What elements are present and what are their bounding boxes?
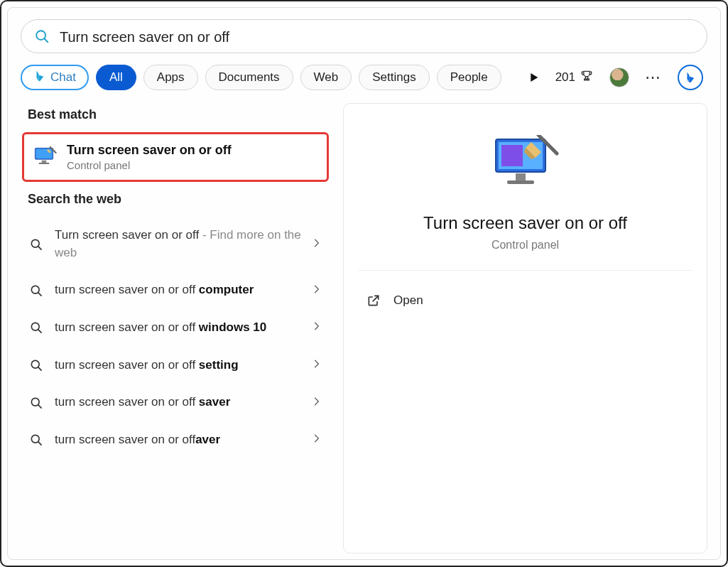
filter-people[interactable]: People xyxy=(437,65,501,90)
web-result-text: turn screen saver on or off saver xyxy=(55,394,302,411)
preview-subtitle: Control panel xyxy=(491,239,559,252)
chevron-right-icon xyxy=(312,321,323,334)
results-column: Best match Turn screen saver xyxy=(21,103,333,554)
svg-rect-23 xyxy=(501,145,523,166)
svg-line-18 xyxy=(38,404,41,407)
filter-web-label: Web xyxy=(314,70,339,85)
chevron-right-icon xyxy=(312,433,323,446)
rewards-points-value: 201 xyxy=(555,70,575,85)
web-result-item[interactable]: Turn screen saver on or off - Find more … xyxy=(21,217,333,271)
filter-chat-label: Chat xyxy=(50,70,76,85)
filter-apps[interactable]: Apps xyxy=(143,65,198,90)
main-content: Best match Turn screen saver xyxy=(13,103,715,554)
bing-chat-button[interactable] xyxy=(678,65,703,90)
svg-line-20 xyxy=(38,442,41,445)
open-external-icon xyxy=(366,293,381,308)
svg-line-1 xyxy=(45,39,48,43)
web-results-list: Turn screen saver on or off - Find more … xyxy=(21,217,333,458)
best-match-result[interactable]: Turn screen saver on or off Control pane… xyxy=(22,132,329,182)
search-icon xyxy=(28,237,45,252)
search-icon xyxy=(28,433,45,447)
monitor-icon xyxy=(34,147,57,167)
filter-all-label: All xyxy=(109,70,123,85)
web-result-text: turn screen saver on or off computer xyxy=(55,281,302,299)
filter-people-label: People xyxy=(450,70,488,85)
search-icon xyxy=(28,358,45,372)
search-icon xyxy=(34,28,50,44)
user-avatar[interactable] xyxy=(609,68,629,87)
search-bar[interactable] xyxy=(21,19,707,53)
chevron-right-icon xyxy=(312,359,323,372)
svg-line-12 xyxy=(38,293,41,296)
more-options-icon[interactable]: ⋯ xyxy=(645,68,662,87)
header-right-controls: 201 ⋯ xyxy=(528,65,707,90)
chevron-right-icon xyxy=(312,238,323,251)
best-match-title: Turn screen saver on or off xyxy=(67,143,232,158)
search-icon xyxy=(28,396,45,410)
filter-apps-label: Apps xyxy=(157,70,185,85)
svg-rect-3 xyxy=(585,79,590,80)
filter-row: Chat All Apps Documents Web Settings Peo… xyxy=(13,65,715,103)
trophy-icon xyxy=(580,69,594,87)
svg-line-14 xyxy=(38,330,41,333)
svg-rect-6 xyxy=(42,161,47,163)
filter-documents-label: Documents xyxy=(219,70,280,85)
filter-all[interactable]: All xyxy=(96,65,136,90)
bing-icon xyxy=(33,70,46,86)
web-result-text: turn screen saver on or offaver xyxy=(55,431,302,449)
open-action[interactable]: Open xyxy=(362,288,688,313)
filter-chat[interactable]: Chat xyxy=(21,65,89,90)
play-icon[interactable] xyxy=(528,72,540,83)
web-result-item[interactable]: turn screen saver on or off computer xyxy=(21,271,333,309)
search-input[interactable] xyxy=(60,28,694,45)
search-icon xyxy=(28,320,45,335)
search-icon xyxy=(28,284,45,298)
monitor-large-icon xyxy=(491,135,560,198)
filter-settings[interactable]: Settings xyxy=(359,65,429,90)
search-panel: Chat All Apps Documents Web Settings Peo… xyxy=(7,7,721,560)
window-frame: Chat All Apps Documents Web Settings Peo… xyxy=(0,0,728,567)
chevron-right-icon xyxy=(312,284,323,297)
svg-rect-7 xyxy=(39,163,50,164)
web-result-item[interactable]: turn screen saver on or offaver xyxy=(21,421,333,459)
preview-pane: Turn screen saver on or off Control pane… xyxy=(343,103,707,554)
preview-header: Turn screen saver on or off Control pane… xyxy=(358,118,692,271)
filter-settings-label: Settings xyxy=(372,70,415,85)
svg-line-16 xyxy=(38,367,41,370)
svg-rect-24 xyxy=(516,173,526,180)
preview-title: Turn screen saver on or off xyxy=(423,213,627,233)
web-result-text: Turn screen saver on or off - Find more … xyxy=(55,227,302,261)
best-match-subtitle: Control panel xyxy=(67,159,232,171)
svg-rect-25 xyxy=(507,180,534,184)
search-web-header: Search the web xyxy=(21,188,333,217)
best-match-header: Best match xyxy=(21,103,333,132)
web-result-text: turn screen saver on or off windows 10 xyxy=(55,319,302,337)
rewards-points[interactable]: 201 xyxy=(555,69,594,87)
web-result-item[interactable]: turn screen saver on or off windows 10 xyxy=(21,309,333,347)
chevron-right-icon xyxy=(312,396,323,409)
preview-actions: Open xyxy=(358,271,692,330)
filter-web[interactable]: Web xyxy=(300,65,352,90)
svg-line-10 xyxy=(38,247,41,249)
filter-documents[interactable]: Documents xyxy=(205,65,293,90)
web-result-text: turn screen saver on or off setting xyxy=(55,357,302,374)
web-result-item[interactable]: turn screen saver on or off setting xyxy=(21,347,333,384)
web-result-item[interactable]: turn screen saver on or off saver xyxy=(21,384,333,421)
best-match-text: Turn screen saver on or off Control pane… xyxy=(67,143,232,171)
open-action-label: Open xyxy=(393,293,423,308)
